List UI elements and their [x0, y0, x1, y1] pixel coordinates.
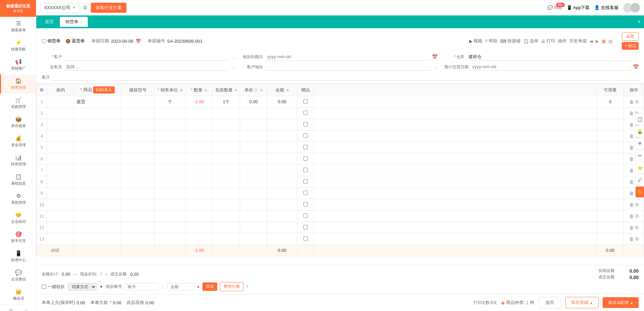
- gift-checkbox-12[interactable]: [303, 225, 308, 229]
- cell-barcode-2[interactable]: [47, 108, 74, 119]
- delete-icon-1[interactable]: 🗑: [629, 99, 634, 105]
- gift-checkbox-8[interactable]: [303, 179, 308, 184]
- cell-amount-4[interactable]: [267, 130, 297, 142]
- cell-pkgqty-2[interactable]: [212, 108, 240, 119]
- cell-product-4[interactable]: [74, 130, 121, 142]
- scan-button[interactable]: 扫码录入: [93, 86, 115, 93]
- discount-help-icon[interactable]: ?: [100, 272, 102, 277]
- float-btn-7[interactable]: 🟠: [635, 186, 644, 198]
- radio-return-input[interactable]: [66, 39, 70, 43]
- cell-pkgqty-10[interactable]: [212, 199, 240, 210]
- remark-input[interactable]: [52, 73, 639, 81]
- debit-help-icon[interactable]: ?: [109, 300, 112, 305]
- float-btn-5[interactable]: ⭐: [635, 162, 644, 173]
- cell-price-8[interactable]: [240, 176, 267, 188]
- cell-price-3[interactable]: [240, 119, 267, 130]
- cell-spec-3[interactable]: [121, 119, 155, 130]
- save-new-button[interactable]: 保存&新增 ▲: [603, 297, 639, 308]
- sidebar-item-inventory[interactable]: 📦 库存核算: [0, 113, 36, 132]
- customer-addr-input[interactable]: [265, 63, 430, 71]
- delete-icon-2[interactable]: 🗑: [629, 111, 634, 116]
- cell-spec-5[interactable]: [121, 142, 155, 153]
- cell-amount-3[interactable]: [267, 119, 297, 130]
- cell-barcode-11[interactable]: [47, 210, 74, 222]
- cell-product-7[interactable]: [74, 165, 121, 176]
- delete-icon-11[interactable]: 🗑: [629, 213, 634, 219]
- th-unit-sort[interactable]: ⇅: [180, 88, 183, 92]
- cell-gift-4[interactable]: [297, 130, 314, 142]
- gift-checkbox-5[interactable]: [303, 145, 308, 149]
- cell-barcode-8[interactable]: [47, 176, 74, 188]
- discard-button[interactable]: 放弃: [538, 297, 561, 308]
- copy-icon-10[interactable]: ⧉: [635, 202, 639, 207]
- copy-icon-13[interactable]: ⧉: [635, 236, 639, 242]
- history-btn[interactable]: 历史单据: [569, 38, 587, 44]
- one-click-pay-checkbox[interactable]: 一键收款: [42, 284, 65, 290]
- shortcut-btn[interactable]: ⌨ 快捷键: [500, 38, 521, 44]
- cell-gift-12[interactable]: [297, 222, 314, 233]
- price-info-icon[interactable]: ⓘ: [254, 88, 258, 92]
- cell-spec-8[interactable]: [121, 176, 155, 188]
- cell-price-12[interactable]: [240, 222, 267, 233]
- cell-product-12[interactable]: [74, 222, 121, 233]
- radio-return[interactable]: 退货单: [66, 38, 85, 44]
- cell-pkgqty-12[interactable]: [212, 222, 240, 233]
- cell-gift-11[interactable]: [297, 210, 314, 222]
- sidebar-item-collab[interactable]: 🤝 企业协同: [0, 208, 36, 228]
- expense-button[interactable]: 费用分摊: [220, 282, 243, 291]
- cell-gift-7[interactable]: [297, 165, 314, 176]
- sidebar-item-quick-nav[interactable]: ⚡ 快捷导航: [0, 36, 36, 55]
- cell-price-1[interactable]: 0.00: [240, 96, 267, 108]
- gift-checkbox-3[interactable]: [303, 122, 308, 126]
- cell-spec-4[interactable]: [121, 130, 155, 142]
- float-btn-2[interactable]: 🔒: [635, 126, 644, 137]
- delete-icon-10[interactable]: 🗑: [629, 202, 634, 207]
- sidebar-item-sales[interactable]: 🏠 销售管理: [0, 74, 36, 93]
- amount-input[interactable]: [167, 283, 194, 290]
- sidebar-item-search[interactable]: ☰ 搜索菜单: [0, 17, 36, 36]
- cell-pkgqty-11[interactable]: [212, 210, 240, 222]
- choose-btn[interactable]: 📋 选单: [523, 38, 538, 44]
- th-qty-sort[interactable]: ⇅: [204, 88, 207, 92]
- cell-gift-9[interactable]: [297, 188, 314, 199]
- cell-amount-7[interactable]: [267, 165, 297, 176]
- help-btn[interactable]: ? 帮助: [485, 38, 497, 44]
- delivery-calendar-icon[interactable]: 📅: [633, 64, 639, 70]
- cell-gift-6[interactable]: [297, 153, 314, 165]
- cell-gift-3[interactable]: [297, 119, 314, 130]
- delete-icon-13[interactable]: 🗑: [629, 236, 634, 242]
- cell-price-9[interactable]: [240, 188, 267, 199]
- expense-help-icon[interactable]: ?: [246, 284, 249, 289]
- delete-icon-3[interactable]: 🗑: [629, 122, 634, 127]
- delete-icon-5[interactable]: 🗑: [629, 145, 634, 150]
- cell-product-2[interactable]: [74, 108, 121, 119]
- online-service-item[interactable]: 👤 在线客服: [594, 5, 618, 11]
- cell-qty-8[interactable]: [185, 176, 212, 188]
- user-avatar2[interactable]: [631, 3, 640, 12]
- message-icon-area[interactable]: 💬 消息 99+: [547, 5, 562, 10]
- cell-gift-5[interactable]: [297, 142, 314, 153]
- cell-pkgqty-7[interactable]: [212, 165, 240, 176]
- operate-btn[interactable]: 操作: [558, 38, 567, 44]
- sidebar-item-finance[interactable]: 💰 资金管理: [0, 132, 36, 151]
- cell-qty-2[interactable]: [185, 108, 212, 119]
- cell-spec-2[interactable]: [121, 108, 155, 119]
- table-container[interactable]: ⚙ 条码 * 商品 扫码录入 规格型号 * 销售单位 ⇅: [36, 84, 644, 265]
- sidebar-item-purchase[interactable]: 🛒 采购管理: [0, 93, 36, 113]
- cell-product-10[interactable]: [74, 199, 121, 210]
- float-btn-6[interactable]: 🖊: [635, 174, 644, 186]
- sidebar-item-member[interactable]: 👑 畅会员: [0, 285, 36, 304]
- cell-qty-1[interactable]: -1.00: [185, 96, 212, 108]
- cell-pkgqty-4[interactable]: [212, 130, 240, 142]
- cell-amount-12[interactable]: [267, 222, 297, 233]
- cell-barcode-12[interactable]: [47, 222, 74, 233]
- copy-icon-12[interactable]: ⧉: [635, 225, 639, 230]
- delete-icon-6[interactable]: 🗑: [629, 156, 634, 162]
- cell-price-2[interactable]: [240, 108, 267, 119]
- cell-qty-3[interactable]: [185, 119, 212, 130]
- cell-barcode-3[interactable]: [47, 119, 74, 130]
- cell-pkgqty-1[interactable]: 1个: [212, 96, 240, 108]
- delete-icon-9[interactable]: 🗑: [629, 191, 634, 196]
- cell-pkgqty-8[interactable]: [212, 176, 240, 188]
- tab-close-icon[interactable]: ×: [80, 20, 82, 24]
